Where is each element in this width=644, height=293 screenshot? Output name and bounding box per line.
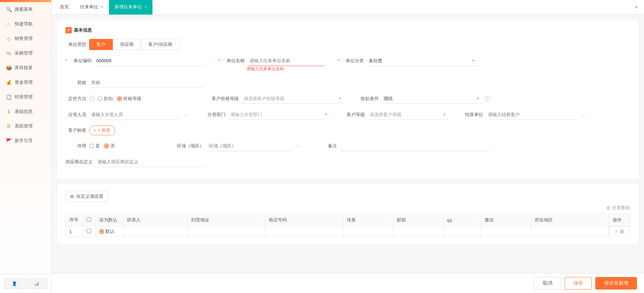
home-icon: ⌂ (6, 21, 12, 27)
manager-field: 分管人员 ··· (65, 109, 191, 120)
disabled-radio-no[interactable]: 否 (104, 143, 115, 149)
code-name-category-row: * 单位编码 * 单位名称 请输入往来单位名称 (65, 56, 630, 72)
sidebar-item-guide[interactable]: 🚩 新手引导 (0, 133, 51, 148)
unit-category-required: * (338, 58, 340, 63)
sidebar-item-operations[interactable]: 📋 经营管理 (0, 90, 51, 104)
unit-code-label: 单位编码 (71, 58, 92, 64)
tab-home[interactable]: 首页 (54, 0, 74, 15)
tab-partners[interactable]: 往来单位 × (74, 0, 109, 15)
sidebar-item-purchase[interactable]: 🛍 采购管理 (0, 46, 51, 60)
pricing-level-label: 价格等级 (123, 96, 141, 102)
pricing-method-field: 定价方法 ? 折扣 价格等级 (65, 96, 198, 102)
type-btn-customer[interactable]: 客户 (89, 39, 113, 50)
tab-bar: 首页 往来单位 × 新增往来单位 × × (52, 0, 644, 15)
custom-settings-button[interactable]: ⚙ 自定义项设置 (65, 191, 108, 202)
sidebar-item-inventory[interactable]: 📦 库存核算 (0, 60, 51, 75)
sidebar-item-finance[interactable]: 💰 资金管理 (0, 75, 51, 90)
cell-contact (124, 226, 188, 237)
remark-label: 备注 (316, 143, 337, 149)
sidebar-user-icon[interactable]: 👤 (4, 278, 25, 289)
manager-input[interactable] (89, 109, 180, 120)
payment-terms-help-icon[interactable]: ? (485, 96, 490, 101)
disabled-radio-yes[interactable]: 是 (89, 143, 100, 149)
sidebar-item-label: 搜索菜单 (15, 6, 33, 13)
payment-terms-select[interactable]: 现结 ▼ (382, 93, 482, 104)
sidebar-item-search[interactable]: 🔍 搜索菜单 (0, 2, 51, 17)
tab-new-partner[interactable]: 新增往来单位 × (109, 0, 152, 15)
unit-category-arrow: ▼ (472, 59, 475, 63)
abbr-field: 简称 (65, 78, 205, 88)
save-button[interactable]: 保存 (565, 277, 592, 290)
customer-price-field: 客户价格等级 请选择客户价格等级 ▼ (212, 93, 344, 104)
tag-add-button[interactable]: + + 标签 (89, 125, 115, 135)
sidebar-chart-icon[interactable]: 📊 (26, 278, 47, 289)
unit-type-row: 单位类型 客户 供应商 客户/供应商 (65, 39, 630, 50)
select-all-checkbox[interactable] (87, 217, 91, 222)
dept-select[interactable]: 请输入分管部门 ▼ (228, 109, 330, 120)
col-contact: 联系人 (124, 214, 188, 226)
row-delete-icon[interactable]: 🗑 (620, 229, 625, 234)
sidebar-item-label: 快捷导航 (15, 21, 33, 27)
window-close-button[interactable]: × (631, 2, 641, 12)
sidebar-item-label: 新手引导 (15, 138, 33, 144)
unit-category-value: 未分类 (369, 58, 471, 64)
cell-phone (265, 226, 343, 237)
pricing-radio-discount[interactable]: 折扣 (97, 96, 113, 102)
sidebar-item-basic-info[interactable]: ℹ 基础信息 (0, 104, 51, 119)
region-more-btn[interactable]: ··· (294, 142, 302, 150)
guide-icon: 🚩 (6, 138, 12, 144)
customer-level-arrow: ▼ (443, 113, 446, 116)
dept-label: 分管部门 (205, 112, 226, 118)
disabled-no-label: 否 (110, 143, 115, 149)
pricing-radio-level[interactable]: 价格等级 (117, 96, 141, 102)
customer-level-select[interactable]: 请选择客户等级 ▼ (368, 109, 448, 120)
cell-fax (343, 226, 393, 237)
remark-input[interactable] (340, 141, 490, 151)
table-row: 1 默认 (66, 226, 630, 237)
supplier-custom-field: 供应商自定义 (65, 157, 205, 167)
type-btn-both[interactable]: 客户/供应商 (141, 39, 180, 50)
tag-add-label: + 标签 (98, 127, 111, 133)
sidebar-item-label: 系统管理 (15, 123, 33, 129)
unit-name-input[interactable] (248, 56, 324, 66)
radio-discount-circle (97, 96, 102, 101)
settlement-more-btn[interactable]: ··· (579, 111, 588, 119)
region-label: 区域（地区） (177, 143, 204, 149)
col-default: 设为默认 (96, 214, 124, 226)
operations-icon: 📋 (6, 94, 12, 100)
row-checkbox[interactable] (87, 229, 91, 233)
payment-terms-value: 现结 (384, 96, 476, 102)
abbr-input[interactable] (89, 78, 205, 88)
unit-type-label: 单位类型 (65, 41, 86, 48)
customer-price-label: 客户价格等级 (212, 96, 239, 102)
abbr-row: 简称 (65, 78, 630, 88)
region-input[interactable] (207, 141, 291, 151)
customer-level-label: 客户等级 (344, 112, 365, 118)
manager-more-btn[interactable]: ··· (182, 111, 191, 119)
tab-new-partner-close[interactable]: × (144, 5, 147, 9)
sidebar-item-quicknav[interactable]: ⌂ 快捷导航 (0, 17, 51, 31)
tab-partners-label: 往来单位 (80, 4, 98, 10)
contact-table: 序号 设为默认 联系人 到货地址 电话号码 传真 邮箱 qq 微信 所在地区 (65, 214, 630, 237)
sidebar-item-system[interactable]: ⚙ 系统管理 (0, 119, 51, 133)
cell-address (187, 226, 265, 237)
type-btn-supplier[interactable]: 供应商 (113, 39, 141, 50)
unit-code-input[interactable] (94, 56, 205, 66)
col-region: 所在地区 (531, 214, 609, 226)
cell-region (531, 226, 609, 237)
customer-price-select[interactable]: 请选择客户价格等级 ▼ (242, 93, 344, 104)
unit-category-select[interactable]: 未分类 ▼ (367, 56, 477, 66)
cancel-button[interactable]: 取消 (534, 277, 561, 290)
section-title-icon: F (65, 27, 72, 33)
tab-partners-close[interactable]: × (101, 5, 103, 9)
batch-delete-label: 批量删除 (612, 205, 630, 211)
batch-delete-area[interactable]: 🗑 批量删除 (65, 205, 630, 211)
pricing-help-icon[interactable]: ? (89, 96, 95, 101)
row-add-icon[interactable]: + (615, 229, 618, 234)
save-and-new-button[interactable]: 保存并新增 (595, 277, 637, 290)
settlement-input[interactable] (486, 109, 576, 120)
default-radio[interactable]: 默认 (99, 228, 120, 235)
disabled-field: 停用 是 否 (65, 143, 163, 149)
sidebar-item-sales[interactable]: ◇ 销售管理 (0, 31, 51, 46)
supplier-custom-input[interactable] (95, 157, 205, 167)
